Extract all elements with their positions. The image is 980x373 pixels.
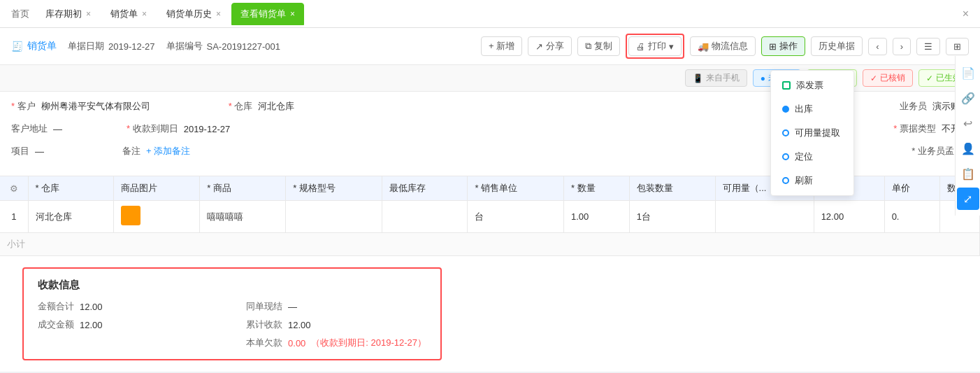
doc-actions: + 新增 ↗ 分享 ⧉ 复制 🖨 打印 ▾ 🚚 物流信息 ⊞ <box>481 34 969 59</box>
row-current-stock: 12.00 <box>814 201 884 233</box>
tab-view-sales-close[interactable]: × <box>290 9 295 19</box>
row-available <box>715 201 814 233</box>
total-item: 金额合计 12.00 <box>38 300 218 313</box>
effect-icon: ✓ <box>926 73 933 83</box>
doc-number-value: SA-20191227-001 <box>207 41 281 52</box>
add-note-button[interactable]: + 添加备注 <box>146 145 190 157</box>
deal-item: 成交金额 12.00 <box>38 318 218 331</box>
row-num: 1 <box>0 201 28 233</box>
print-dropdown-arrow[interactable]: ▾ <box>669 41 674 52</box>
col-spec: * 规格型号 <box>286 176 382 201</box>
operation-button[interactable]: ⊞ 操作 <box>761 36 805 56</box>
tab-bar: 首页 库存期初 × 销货单 × 销货单历史 × 查看销货单 × × <box>0 0 980 28</box>
project-field: 项目 — <box>11 145 44 157</box>
address-label: 客户地址 <box>11 122 48 135</box>
share-icon: ↗ <box>535 41 543 52</box>
view-grid-button[interactable]: ⊞ <box>946 38 969 55</box>
print-icon: 🖨 <box>636 41 645 52</box>
tab-sales[interactable]: 销货单 × <box>101 3 156 25</box>
product-image <box>121 206 140 225</box>
dropdown-refresh[interactable]: 刷新 <box>771 169 853 192</box>
row-min-stock <box>382 201 468 233</box>
share-button[interactable]: ↗ 分享 <box>528 36 572 56</box>
row-unit: 台 <box>468 201 563 233</box>
nav-next-button[interactable]: › <box>893 38 911 55</box>
row-pack-qty: 1台 <box>629 201 715 233</box>
total-value: 12.00 <box>80 302 103 312</box>
sidebar-icon-list[interactable]: 📋 <box>957 162 979 185</box>
payment-title: 收款信息 <box>38 279 426 292</box>
subtotal-row: 小计 <box>0 233 980 256</box>
same-order-value: — <box>288 302 297 312</box>
locate-icon <box>782 153 789 160</box>
payment-date-field: 收款到期日 2019-12-27 <box>127 122 230 135</box>
dropdown-locate[interactable]: 定位 <box>771 145 853 169</box>
row-quantity: 1.00 <box>563 201 629 233</box>
copy-button[interactable]: ⧉ 复制 <box>577 36 620 56</box>
ticket-label: 票据类型 <box>893 122 936 135</box>
salesman-label: * 业务员孟 <box>911 145 954 157</box>
warehouse-label: 仓库 <box>229 100 253 113</box>
sidebar-icon-user[interactable]: 👤 <box>957 137 979 160</box>
total-label: 金额合计 <box>38 300 74 313</box>
cumulative-item: 累计收款 12.00 <box>246 318 426 331</box>
from-phone-button[interactable]: 📱 来自手机 <box>685 69 747 87</box>
copy-icon: ⧉ <box>585 41 591 52</box>
due-note: （收款到期日: 2019-12-27） <box>311 337 426 349</box>
print-button[interactable]: 🖨 打印 ▾ <box>628 36 682 56</box>
doc-type-icon: 🧾 <box>11 41 23 52</box>
doc-type-label: 销货单 <box>27 40 57 52</box>
row-img <box>114 201 200 233</box>
written-off-button[interactable]: ✓ 已核销 <box>863 69 913 87</box>
address-field: 客户地址 — <box>11 122 62 135</box>
tab-home[interactable]: 首页 <box>6 8 35 20</box>
warehouse-value: 河北仓库 <box>258 100 294 113</box>
history-button[interactable]: 历史单据 <box>811 36 863 56</box>
col-gear: ⚙ <box>0 176 28 201</box>
col-price: 单价 <box>884 176 939 201</box>
sidebar-icon-return[interactable]: ↩ <box>957 112 979 134</box>
doc-meta: 单据日期 2019-12-27 单据编号 SA-20191227-001 <box>68 40 280 52</box>
col-warehouse: * 仓库 <box>28 176 114 201</box>
sidebar-icon-link[interactable]: 🔗 <box>957 87 979 109</box>
due-item: 本单欠款 0.00 （收款到期日: 2019-12-27） <box>246 337 426 349</box>
doc-number-item: 单据编号 SA-20191227-001 <box>166 40 281 52</box>
deal-value: 12.00 <box>80 320 103 330</box>
dropdown-outbound[interactable]: 出库 <box>771 97 853 121</box>
col-pack-qty: 包装数量 <box>629 176 715 201</box>
payment-date-label: 收款到期日 <box>127 122 178 135</box>
operation-icon: ⊞ <box>769 41 777 52</box>
customer-field: 客户 柳州粤港平安气体有限公司 <box>11 100 150 113</box>
col-product: * 商品 <box>200 176 286 201</box>
row-spec <box>286 201 382 233</box>
tab-inventory-close[interactable]: × <box>86 9 91 19</box>
tab-inventory[interactable]: 库存期初 × <box>36 3 100 25</box>
customer-value: 柳州粤港平安气体有限公司 <box>41 100 150 113</box>
tab-view-sales[interactable]: 查看销货单 × <box>231 3 304 25</box>
window-close-button[interactable]: × <box>957 5 974 23</box>
tab-sales-close[interactable]: × <box>142 9 147 19</box>
staff-label: 业务员 <box>900 100 927 113</box>
due-label: 本单欠款 <box>246 337 282 349</box>
warehouse-field: 仓库 河北仓库 <box>229 100 295 113</box>
nav-prev-button[interactable]: ‹ <box>868 38 886 55</box>
dropdown-add-invoice[interactable]: 添发票 <box>771 73 853 97</box>
logistics-button[interactable]: 🚚 物流信息 <box>690 36 756 56</box>
sidebar-icon-doc[interactable]: 📄 <box>957 62 979 84</box>
row-product: 嘻嘻嘻嘻 <box>200 201 286 233</box>
available-qty-icon <box>782 129 789 136</box>
view-list-button[interactable]: ☰ <box>916 38 940 55</box>
note-field: 备注 + 添加备注 <box>122 145 190 157</box>
project-label: 项目 <box>11 145 29 157</box>
tab-sales-history[interactable]: 销货单历史 × <box>157 3 230 25</box>
note-label: 备注 <box>122 145 140 157</box>
add-button[interactable]: + 新增 <box>481 36 522 56</box>
row-warehouse: 河北仓库 <box>28 201 114 233</box>
customer-label: 客户 <box>11 100 36 113</box>
tab-sales-history-close[interactable]: × <box>216 9 221 19</box>
sidebar-icon-expand[interactable]: ⤢ <box>957 188 979 210</box>
doc-date-label: 单据日期 <box>68 40 104 52</box>
refresh-icon <box>782 177 789 184</box>
cumulative-value: 12.00 <box>288 320 311 330</box>
dropdown-available-qty[interactable]: 可用量提取 <box>771 121 853 145</box>
